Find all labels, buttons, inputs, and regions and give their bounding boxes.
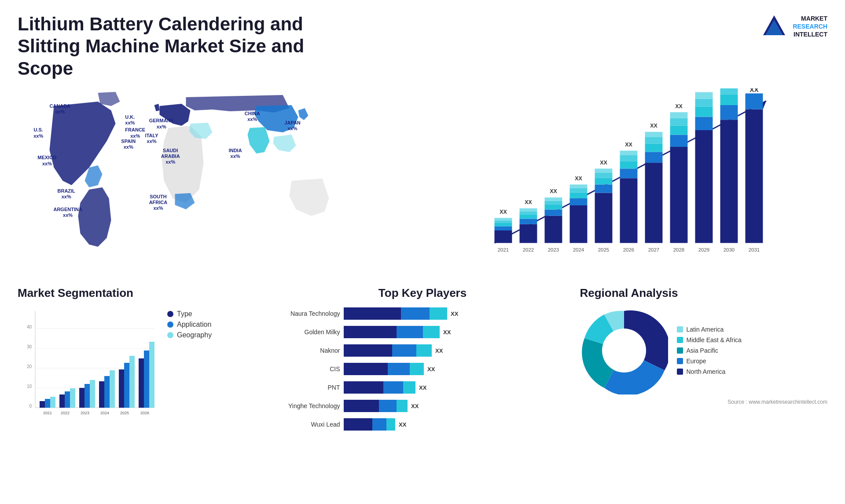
- player-bar-container: XX: [344, 307, 571, 321]
- player-name: CIS: [274, 365, 340, 373]
- svg-rect-95: [79, 388, 84, 408]
- map-label-italy: ITALYxx%: [145, 133, 158, 144]
- svg-rect-132: [379, 400, 397, 412]
- svg-text:2029: 2029: [698, 247, 709, 252]
- svg-text:2022: 2022: [61, 411, 70, 415]
- svg-rect-128: [383, 381, 403, 394]
- svg-rect-22: [545, 197, 562, 201]
- bar-chart-section: XX 2021 XX 2022 XX 2023 XX 20: [429, 88, 827, 273]
- svg-rect-42: [620, 155, 638, 161]
- svg-rect-54: [670, 135, 688, 147]
- svg-rect-124: [388, 363, 410, 375]
- map-label-argentina: ARGENTINAxx%: [53, 207, 82, 218]
- svg-text:20: 20: [27, 364, 32, 369]
- player-name: PNT: [274, 384, 340, 391]
- svg-rect-7: [495, 220, 512, 223]
- svg-rect-4: [495, 230, 512, 243]
- svg-rect-19: [545, 210, 562, 216]
- svg-text:XX: XX: [427, 366, 435, 373]
- svg-rect-39: [620, 178, 638, 243]
- donut-chart: [580, 307, 668, 394]
- player-name: Naknor: [274, 347, 340, 354]
- svg-rect-72: [746, 110, 763, 243]
- svg-rect-107: [139, 358, 144, 408]
- segmentation-title: Market Segmentation: [18, 286, 265, 300]
- legend-dot-type: [167, 311, 173, 317]
- svg-text:XX: XX: [443, 329, 451, 336]
- svg-rect-18: [545, 216, 562, 243]
- svg-rect-5: [495, 226, 512, 231]
- svg-text:2023: 2023: [81, 411, 89, 415]
- svg-rect-121: [416, 344, 432, 357]
- svg-rect-26: [570, 198, 588, 205]
- svg-rect-120: [392, 344, 416, 357]
- svg-rect-53: [670, 147, 688, 243]
- svg-text:2028: 2028: [673, 247, 684, 252]
- svg-rect-35: [595, 173, 613, 178]
- player-bar-svg: XX: [344, 417, 417, 431]
- svg-rect-67: [720, 120, 738, 243]
- svg-rect-11: [520, 224, 537, 243]
- map-label-india: INDIAxx%: [229, 148, 242, 159]
- legend-sq-me: [677, 337, 683, 343]
- logo: MARKET RESEARCH INTELLECT: [761, 13, 827, 40]
- player-row: Golden MilkyXX: [274, 325, 571, 339]
- logo-icon: [761, 13, 787, 40]
- svg-rect-103: [119, 369, 124, 408]
- svg-rect-29: [570, 185, 588, 189]
- svg-rect-109: [149, 342, 154, 408]
- svg-rect-131: [344, 400, 379, 412]
- svg-text:XX: XX: [525, 199, 532, 205]
- svg-text:2021: 2021: [498, 247, 509, 252]
- svg-rect-113: [430, 307, 447, 320]
- svg-rect-127: [344, 381, 383, 394]
- legend-asia-pacific: Asia Pacific: [677, 347, 742, 354]
- svg-text:XX: XX: [411, 403, 419, 409]
- legend-geography: Geography: [167, 331, 212, 339]
- svg-rect-6: [495, 223, 512, 226]
- svg-rect-100: [104, 376, 110, 408]
- legend-sq-na: [677, 369, 683, 375]
- svg-text:XX: XX: [550, 189, 557, 195]
- seg-inner: 0 10 20 30 40 2021 2022: [18, 307, 265, 421]
- svg-rect-92: [65, 391, 70, 408]
- svg-rect-108: [144, 351, 149, 408]
- player-row: PNTXX: [274, 380, 571, 394]
- player-name: Golden Milky: [274, 329, 340, 336]
- svg-rect-20: [545, 205, 562, 209]
- players-list: Naura TechnologyXXGolden MilkyXXNaknorXX…: [274, 307, 571, 431]
- player-bar-container: XX: [344, 417, 571, 431]
- svg-rect-36: [595, 169, 613, 173]
- svg-rect-133: [397, 400, 408, 412]
- svg-rect-8: [495, 218, 512, 221]
- svg-text:XX: XX: [500, 209, 507, 215]
- svg-rect-93: [70, 388, 75, 408]
- svg-rect-40: [620, 169, 638, 179]
- svg-rect-15: [520, 208, 537, 212]
- player-row: Yinghe TechnologyXX: [274, 399, 571, 413]
- player-bar-container: XX: [344, 380, 571, 394]
- header: Lithium Battery Calendering and Slitting…: [18, 13, 827, 80]
- svg-rect-46: [645, 163, 663, 243]
- player-row: Wuxi LeadXX: [274, 417, 571, 431]
- svg-rect-111: [344, 307, 401, 320]
- legend-type: Type: [167, 310, 212, 318]
- map-label-spain: SPAINxx%: [121, 139, 136, 150]
- map-label-us: U.S.xx%: [33, 127, 43, 139]
- legend-dot-application: [167, 321, 173, 328]
- world-map: CANADAxx% U.S.xx% MEXICOxx% BRAZILxx% AR…: [18, 88, 416, 273]
- player-bar-svg: XX: [344, 343, 454, 358]
- svg-text:XX: XX: [600, 160, 607, 166]
- svg-text:2026: 2026: [140, 411, 149, 415]
- svg-text:40: 40: [27, 325, 32, 329]
- legend-sq-ap: [677, 347, 683, 354]
- map-label-mexico: MEXICOxx%: [37, 155, 56, 166]
- svg-rect-68: [720, 105, 738, 120]
- player-bar-container: XX: [344, 325, 571, 339]
- svg-rect-14: [520, 211, 537, 215]
- player-bar-svg: XX: [344, 362, 446, 376]
- svg-rect-73: [746, 94, 763, 110]
- svg-text:2026: 2026: [623, 247, 634, 252]
- svg-rect-60: [695, 130, 713, 243]
- svg-rect-137: [386, 418, 395, 431]
